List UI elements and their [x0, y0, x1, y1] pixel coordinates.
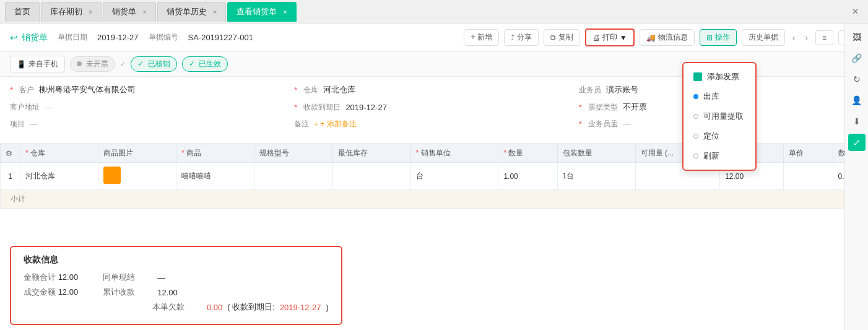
no-value: SA-20191227-001 — [188, 33, 254, 42]
list-view-button[interactable]: ≡ — [815, 30, 833, 45]
main-content: ↩ 销货单 单据日期 2019-12-27 单据编号 SA-20191227-0… — [0, 24, 868, 330]
sidebar-download-icon[interactable]: ⬇ — [848, 113, 866, 130]
row-product: 嘻嘻嘻嘻 — [176, 163, 254, 190]
confirmed-icon: ✓ — [137, 59, 144, 68]
effective-badge[interactable]: ✓ 已生效 — [182, 56, 228, 72]
address-value: — — [45, 103, 53, 112]
outbound-item[interactable]: 出库 — [684, 87, 755, 106]
customer-required: * — [10, 85, 13, 95]
note-label: 备注 — [294, 119, 309, 129]
salesperson-value: — — [623, 119, 631, 129]
cumulative-item: 累计收款 12.00 — [103, 287, 178, 298]
same-order-value: — — [157, 273, 165, 282]
add-invoice-icon — [693, 72, 702, 81]
not-open-badge[interactable]: 未开票 — [70, 56, 115, 72]
invoice-label: 票据类型 — [588, 102, 618, 113]
logistics-button[interactable]: 🚚 物流信息 — [640, 29, 695, 46]
address-label: 客户地址 — [10, 102, 40, 113]
operations-dropdown: 添加发票 出库 可用量提取 定位 刷新 — [682, 62, 757, 171]
new-label: + 新增 — [471, 32, 492, 43]
logistics-label: 物流信息 — [658, 32, 688, 43]
due-date: 2019-12-27 — [280, 303, 321, 312]
cumulative-value: 12.00 — [157, 288, 178, 297]
new-button[interactable]: + 新增 — [464, 29, 498, 46]
warehouse-required: * — [294, 85, 297, 95]
date-label: 单据日期 — [58, 32, 87, 43]
tab-sales-history[interactable]: 销货单历史 × — [157, 2, 226, 22]
payment-row-3: 本单欠款 0.00 ( 收款到期日: 2019-12-27 ) — [24, 302, 329, 313]
transaction-value: 12.00 — [58, 287, 79, 297]
note-field: 备注 + + 添加备注 — [294, 119, 573, 129]
outbound-icon — [693, 94, 698, 99]
copy-icon: ⧉ — [550, 33, 556, 42]
confirmed-badge[interactable]: ✓ 已核销 — [131, 56, 176, 72]
warehouse-label: 仓库 — [303, 85, 318, 95]
operations-button[interactable]: ⊞ 操作 — [700, 29, 737, 46]
history-button[interactable]: 历史单据 — [742, 29, 785, 46]
print-button[interactable]: 🖨 打印 ▼ — [585, 28, 635, 46]
cumulative-label: 累计收款 — [103, 287, 152, 298]
row-price — [784, 163, 833, 190]
sidebar-link-icon[interactable]: 🔗 — [848, 50, 866, 67]
sidebar-expand-icon[interactable]: ⤢ — [848, 134, 866, 151]
operations-icon: ⊞ — [706, 33, 713, 42]
col-pack-qty: 包装数量 — [557, 144, 635, 163]
tab-home-label: 首页 — [14, 6, 30, 17]
project-label: 项目 — [10, 119, 25, 129]
row-warehouse: 河北仓库 — [20, 163, 98, 190]
tab-inventory-close[interactable]: × — [89, 8, 92, 15]
add-note-button[interactable]: + + 添加备注 — [314, 119, 356, 129]
operations-label: 操作 — [715, 32, 730, 43]
sales-icon: ↩ — [10, 32, 18, 43]
window-close-button[interactable]: × — [848, 6, 863, 17]
transaction-item: 成交金额 12.00 — [24, 287, 78, 298]
row-qty: 1.00 — [498, 163, 557, 190]
effective-label: 已生效 — [199, 59, 221, 68]
locate-icon — [693, 134, 698, 139]
warehouse-field: * 仓库 河北仓库 — [294, 84, 573, 95]
sidebar-image-icon[interactable]: 🖼 — [848, 28, 866, 46]
locate-item[interactable]: 定位 — [684, 126, 755, 146]
sidebar-refresh-icon[interactable]: ↻ — [848, 71, 866, 88]
nav-prev[interactable]: ‹ — [790, 32, 798, 44]
tab-sales[interactable]: 销货单 × — [103, 2, 155, 22]
form-actions: + 新增 ⤴ 分享 ⧉ 复制 🖨 打印 ▼ 🚚 物流信息 ⊞ 操作 — [464, 28, 858, 46]
col-settings[interactable]: ⚙ — [1, 144, 20, 163]
from-phone-label: 来自手机 — [28, 59, 58, 69]
share-button[interactable]: ⤴ 分享 — [504, 29, 539, 46]
due-date-value: 2019-12-27 — [345, 103, 387, 112]
tab-sales-close[interactable]: × — [142, 8, 146, 15]
nav-next[interactable]: › — [802, 32, 810, 44]
tab-view-sales[interactable]: 查看销货单 × — [227, 2, 296, 22]
refresh-icon — [693, 154, 698, 158]
payment-title: 收款信息 — [24, 254, 329, 266]
tab-sales-history-close[interactable]: × — [213, 8, 217, 15]
staff-value: 演示账号 — [606, 84, 638, 95]
row-image — [98, 163, 176, 190]
add-invoice-item[interactable]: 添加发票 — [684, 67, 755, 87]
tab-home[interactable]: 首页 — [5, 2, 40, 22]
warehouse-value: 河北仓库 — [323, 84, 355, 95]
tab-view-sales-close[interactable]: × — [283, 8, 287, 15]
copy-button[interactable]: ⧉ 复制 — [544, 29, 580, 46]
col-spec: 规格型号 — [254, 144, 332, 163]
payment-info-box: 收款信息 金额合计 12.00 同单现结 — 成交金额 12.00 累计收款 — [10, 246, 342, 325]
no-label: 单据编号 — [149, 32, 178, 43]
invoice-required: * — [579, 103, 582, 112]
customer-field: * 客户 柳州粤港平安气体有限公司 — [10, 84, 289, 95]
col-unit: * 销售单位 — [410, 144, 498, 163]
locate-label: 定位 — [703, 131, 719, 142]
form-header: ↩ 销货单 单据日期 2019-12-27 单据编号 SA-20191227-0… — [0, 24, 868, 52]
from-phone-button[interactable]: 📱 来自手机 — [10, 56, 65, 72]
refresh-item[interactable]: 刷新 — [684, 146, 755, 166]
tab-inventory-label: 库存期初 — [50, 6, 82, 17]
print-dropdown-arrow: ▼ — [620, 33, 627, 42]
same-order-label: 同单现结 — [103, 272, 152, 283]
available-qty-item[interactable]: 可用量提取 — [684, 106, 755, 126]
tab-inventory[interactable]: 库存期初 × — [41, 2, 102, 22]
share-icon: ⤴ — [511, 33, 514, 42]
not-open-dot — [77, 61, 82, 66]
col-price: 单价 — [784, 144, 833, 163]
sidebar-user-icon[interactable]: 👤 — [848, 92, 866, 109]
row-min-stock — [332, 163, 410, 190]
